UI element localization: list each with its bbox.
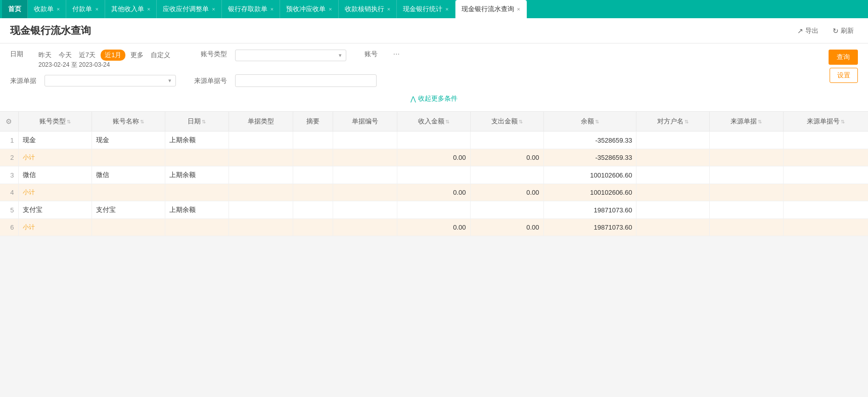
col-header-account_name[interactable]: 账号名称⇅	[92, 112, 165, 131]
date-shortcut-more[interactable]: 更多	[128, 50, 146, 61]
source-doc-num-input[interactable]	[235, 74, 377, 87]
tab-close-bank-deposit[interactable]: ×	[270, 6, 273, 12]
page-title: 现金银行流水查询	[10, 24, 91, 37]
nav-tab-ar-adjust[interactable]: 应收应付调整单×	[157, 0, 221, 18]
date-cell: 上期余额	[165, 166, 229, 184]
refresh-button[interactable]: ↻ 刷新	[829, 24, 858, 37]
income-cell: 0.00	[397, 219, 470, 236]
date-shortcut-custom[interactable]: 自定义	[149, 50, 172, 61]
col-header-balance[interactable]: 余额⇅	[543, 112, 636, 131]
date-shortcut-yesterday[interactable]: 昨天	[36, 50, 54, 61]
table-row: 6小计0.000.0019871073.60	[0, 219, 868, 236]
col-header-counterparty[interactable]: 对方户名⇅	[636, 112, 710, 131]
doc-number-cell	[333, 184, 397, 201]
table-row: 5支付宝支付宝上期余额19871073.60	[0, 201, 868, 219]
doc-type-cell	[229, 219, 293, 236]
export-icon: ↗	[797, 27, 803, 35]
date-shortcut-last1month[interactable]: 近1月	[101, 50, 125, 61]
income-cell	[397, 201, 470, 219]
source-doc-num-cell	[783, 131, 868, 149]
nav-tab-advance-offset[interactable]: 预收冲应收单×	[280, 0, 338, 18]
account-type-select[interactable]: ▾	[235, 50, 346, 61]
nav-tab-home[interactable]: 首页	[2, 0, 28, 18]
source-doc-cell	[710, 166, 783, 184]
tab-close-advance-offset[interactable]: ×	[329, 6, 332, 12]
row-number: 1	[0, 131, 18, 149]
tab-close-other-income[interactable]: ×	[147, 6, 150, 12]
tab-close-cash-bank-flow[interactable]: ×	[517, 6, 520, 12]
export-button[interactable]: ↗ 导出	[793, 24, 823, 37]
date-cell	[165, 149, 229, 166]
nav-tab-receipt[interactable]: 收款单×	[28, 0, 66, 18]
source-doc-num-cell	[783, 201, 868, 219]
income-cell: 0.00	[397, 149, 470, 166]
source-doc-cell	[710, 219, 783, 236]
nav-tab-cash-bank-stat[interactable]: 现金银行统计×	[397, 0, 455, 18]
account-name-cell: 微信	[92, 166, 165, 184]
col-header-source_doc_num[interactable]: 来源单据号⇅	[783, 112, 868, 131]
tab-close-cash-bank-stat[interactable]: ×	[445, 6, 448, 12]
nav-tab-other-income[interactable]: 其他收入单×	[105, 0, 157, 18]
row-number: 2	[0, 149, 18, 166]
summary-cell	[293, 184, 333, 201]
doc-number-cell	[333, 149, 397, 166]
doc-number-cell	[333, 131, 397, 149]
subtotal-label: 小计	[23, 154, 35, 161]
source-doc-cell	[710, 131, 783, 149]
row-number: 4	[0, 184, 18, 201]
sort-icon: ⇅	[684, 119, 689, 124]
col-header-account_type[interactable]: 账号类型⇅	[18, 112, 92, 131]
summary-cell	[293, 201, 333, 219]
account-type-cell: 支付宝	[18, 201, 92, 219]
col-header-income[interactable]: 收入金额⇅	[397, 112, 470, 131]
subtotal-label: 小计	[23, 224, 35, 231]
expense-cell: 0.00	[470, 219, 543, 236]
source-doc-cell	[710, 201, 783, 219]
account-more-icon[interactable]: ···	[391, 50, 401, 59]
tab-close-collect-exec[interactable]: ×	[387, 6, 390, 12]
row-number: 3	[0, 166, 18, 184]
col-header-doc_type: 单据类型	[229, 112, 293, 131]
col-header-settings: ⚙	[0, 112, 18, 131]
tab-close-ar-adjust[interactable]: ×	[212, 6, 215, 12]
page-header: 现金银行流水查询 ↗ 导出 ↻ 刷新	[0, 18, 868, 43]
date-range: 2023-02-24 至 2023-03-24	[38, 61, 172, 69]
income-cell	[397, 166, 470, 184]
summary-cell	[293, 219, 333, 236]
tab-close-payment[interactable]: ×	[95, 6, 98, 12]
table-row: 2小计0.000.00-3528659.33	[0, 149, 868, 166]
collapse-bar[interactable]: ⋀ 收起更多条件	[10, 92, 858, 105]
nav-tab-payment[interactable]: 付款单×	[66, 0, 105, 18]
nav-tab-collect-exec[interactable]: 收款核销执行×	[339, 0, 397, 18]
settings-button[interactable]: 设置	[830, 68, 858, 83]
counterparty-cell	[636, 184, 710, 201]
account-type-arrow-icon: ▾	[339, 52, 342, 59]
query-button[interactable]: 查询	[829, 50, 858, 65]
doc-number-cell	[333, 201, 397, 219]
refresh-icon: ↻	[833, 27, 839, 35]
doc-type-cell	[229, 166, 293, 184]
balance-cell: 100102606.60	[543, 166, 636, 184]
counterparty-cell	[636, 219, 710, 236]
expense-cell	[470, 201, 543, 219]
col-header-expense[interactable]: 支出金额⇅	[470, 112, 543, 131]
date-shortcut-last7[interactable]: 近7天	[77, 50, 98, 61]
col-header-source_doc[interactable]: 来源单据⇅	[710, 112, 783, 131]
date-shortcuts: 昨天今天近7天近1月更多自定义	[36, 50, 172, 61]
gear-icon[interactable]: ⚙	[6, 117, 12, 125]
doc-number-cell	[333, 166, 397, 184]
expense-cell: 0.00	[470, 184, 543, 201]
tab-close-receipt[interactable]: ×	[57, 6, 60, 12]
source-doc-select[interactable]: ▾	[44, 75, 176, 86]
col-header-date[interactable]: 日期⇅	[165, 112, 229, 131]
nav-tab-bank-deposit[interactable]: 银行存取款单×	[222, 0, 280, 18]
nav-tab-cash-bank-flow[interactable]: 现金银行流水查询×	[455, 0, 527, 18]
source-doc-cell	[710, 149, 783, 166]
date-shortcut-today[interactable]: 今天	[57, 50, 74, 61]
expense-cell: 0.00	[470, 149, 543, 166]
balance-cell: 19871073.60	[543, 219, 636, 236]
sort-icon: ⇅	[519, 119, 523, 124]
counterparty-cell	[636, 166, 710, 184]
date-cell: 上期余额	[165, 201, 229, 219]
date-cell	[165, 219, 229, 236]
